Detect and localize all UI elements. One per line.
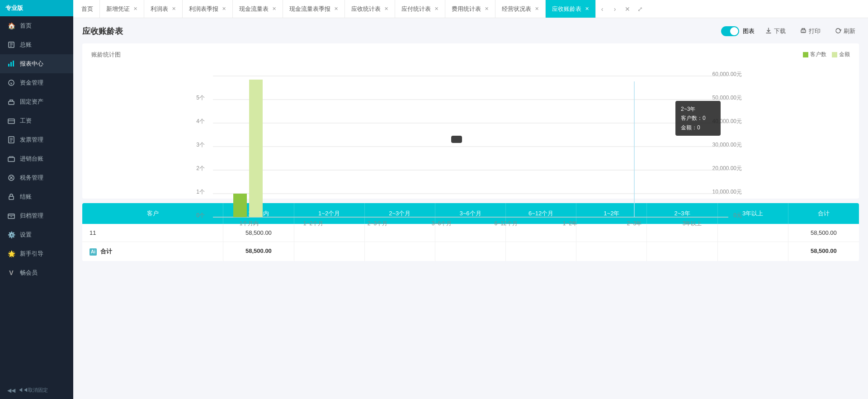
- svg-rect-9: [9, 101, 14, 104]
- sidebar-item-fund[interactable]: ¥ 资金管理: [0, 73, 73, 92]
- svg-text:0元: 0元: [733, 212, 742, 218]
- page-content: 应收账龄表 图表 下载 打印: [73, 18, 868, 399]
- svg-rect-21: [8, 214, 14, 218]
- td-total-m1-2: [294, 242, 365, 261]
- sidebar-item-salary[interactable]: 工资: [0, 111, 73, 130]
- tab-business-stat[interactable]: 经营状况表 ✕: [495, 0, 546, 18]
- tab-cashflow[interactable]: 现金流量表 ✕: [233, 0, 283, 18]
- svg-text:4个: 4个: [196, 118, 205, 124]
- sidebar-item-close-accounts[interactable]: 结账: [0, 187, 73, 206]
- tab-prev-btn[interactable]: ‹: [596, 0, 609, 18]
- print-btn[interactable]: 打印: [797, 25, 824, 37]
- svg-text:3~6个月: 3~6个月: [432, 220, 452, 226]
- td-total-y2-3: [647, 242, 717, 261]
- sidebar-item-report[interactable]: 报表中心: [0, 54, 73, 73]
- svg-text:2个: 2个: [196, 165, 205, 171]
- sidebar-item-inventory[interactable]: 进销台账: [0, 149, 73, 168]
- tab-expense-stat[interactable]: 费用统计表 ✕: [445, 0, 495, 18]
- chart-toggle-wrap: 图表: [721, 26, 755, 36]
- sidebar-item-invoice[interactable]: 发票管理: [0, 130, 73, 149]
- fund-icon: ¥: [7, 79, 15, 87]
- download-icon: [765, 28, 772, 35]
- collapse-sidebar-btn[interactable]: ◀◀ ◀◀取消固定: [0, 381, 73, 399]
- refresh-label: 刷新: [844, 27, 855, 35]
- tab-cashflow-quarter[interactable]: 现金流量表季报 ✕: [283, 0, 345, 18]
- app-logo: 专业版: [0, 0, 73, 16]
- chart-legend: 客户数 金额: [803, 51, 850, 58]
- svg-text:1个月内: 1个月内: [240, 220, 259, 226]
- svg-rect-16: [8, 157, 14, 162]
- svg-text:50,000.00元: 50,000.00元: [712, 95, 742, 101]
- svg-text:1个: 1个: [196, 189, 205, 195]
- refresh-btn[interactable]: 刷新: [831, 25, 859, 37]
- tab-profit-quarter[interactable]: 利润表季报 ✕: [183, 0, 233, 18]
- sidebar-item-tax[interactable]: 税务管理: [0, 168, 73, 187]
- tab-close-receivable-aging[interactable]: ✕: [585, 6, 589, 12]
- td-total-y1-2: [576, 242, 647, 261]
- sidebar-item-label: 新手引导: [20, 250, 43, 258]
- svg-text:1~2年: 1~2年: [563, 220, 577, 226]
- sidebar-item-member[interactable]: V 畅会员: [0, 263, 73, 282]
- legend-amount-dot: [832, 52, 837, 57]
- tab-profit[interactable]: 利润表 ✕: [144, 0, 183, 18]
- tab-home[interactable]: 首页: [75, 0, 100, 18]
- chart-area: 账龄统计图 客户数 金额 0个 1个 2个 3个 4个: [82, 43, 859, 199]
- tab-label: 费用统计表: [452, 5, 481, 13]
- chart-svg: 0个 1个 2个 3个 4个 5个 0元 10,000.00元 20,000.0…: [91, 63, 850, 226]
- chart-svg-wrap: 0个 1个 2个 3个 4个 5个 0元 10,000.00元 20,000.0…: [91, 63, 850, 228]
- sidebar-item-archive[interactable]: 归档管理: [0, 206, 73, 225]
- settings-icon: ⚙️: [7, 231, 15, 239]
- tab-label: 现金流量表: [239, 5, 269, 13]
- sidebar: 专业版 🏠 首页 总账 报表中心 ¥ 资金管理 固定资产 工资: [0, 0, 73, 399]
- header-actions: 图表 下载 打印 刷新: [721, 25, 859, 37]
- svg-text:30,000.00元: 30,000.00元: [712, 142, 742, 148]
- tab-close-expense-stat[interactable]: ✕: [485, 6, 489, 12]
- tab-close-cashflow-quarter[interactable]: ✕: [334, 6, 338, 12]
- svg-rect-6: [13, 61, 14, 66]
- download-label: 下载: [774, 27, 786, 35]
- tab-close-receivable-stat[interactable]: ✕: [384, 6, 388, 12]
- tab-label: 现金流量表季报: [289, 5, 330, 13]
- tab-label: 利润表: [151, 5, 168, 13]
- bar-customer-1: [233, 194, 247, 217]
- tab-next-btn[interactable]: ›: [609, 0, 621, 18]
- sidebar-item-asset[interactable]: 固定资产: [0, 92, 73, 111]
- tab-voucher[interactable]: 新增凭证 ✕: [100, 0, 144, 18]
- tab-close-all-btn[interactable]: ✕: [621, 0, 634, 18]
- tab-close-profit[interactable]: ✕: [172, 6, 176, 12]
- sidebar-item-label: 进销台账: [20, 155, 43, 163]
- td-total-m2-3: [365, 242, 435, 261]
- tab-close-profit-quarter[interactable]: ✕: [222, 6, 226, 12]
- sidebar-item-label: 畅会员: [20, 269, 38, 277]
- sidebar-item-ledger[interactable]: 总账: [0, 35, 73, 54]
- download-btn[interactable]: 下载: [762, 25, 789, 37]
- sidebar-item-settings[interactable]: ⚙️ 设置: [0, 225, 73, 244]
- total-row: Ai 合计 58,500.00 58,500.00: [82, 242, 859, 261]
- tab-close-business-stat[interactable]: ✕: [535, 6, 539, 12]
- sidebar-item-label: 设置: [20, 231, 32, 239]
- svg-text:6~12个月: 6~12个月: [494, 220, 517, 226]
- legend-customer-count: 客户数: [803, 51, 826, 58]
- tab-close-payable-stat[interactable]: ✕: [434, 6, 439, 12]
- tab-close-voucher[interactable]: ✕: [133, 6, 137, 12]
- sidebar-item-home[interactable]: 🏠 首页: [0, 16, 73, 35]
- sidebar-item-label: 结账: [20, 193, 32, 201]
- sidebar-item-label: 首页: [20, 22, 32, 30]
- tab-receivable-aging[interactable]: 应收账龄表 ✕: [546, 0, 596, 18]
- svg-text:3个: 3个: [196, 142, 205, 148]
- total-icon: Ai: [90, 248, 97, 256]
- tab-maximize-btn[interactable]: ⤢: [634, 0, 646, 18]
- sidebar-item-guide[interactable]: 🌟 新手引导: [0, 244, 73, 263]
- sidebar-item-label: 报表中心: [20, 60, 43, 68]
- svg-text:5个: 5个: [196, 95, 205, 101]
- tab-payable-stat[interactable]: 应付统计表 ✕: [395, 0, 445, 18]
- svg-rect-4: [8, 64, 9, 66]
- td-total-m3-6: [435, 242, 506, 261]
- archive-icon: [7, 212, 15, 220]
- tab-receivable-stat[interactable]: 应收统计表 ✕: [345, 0, 395, 18]
- tab-close-cashflow[interactable]: ✕: [272, 6, 276, 12]
- asset-icon: [7, 98, 15, 106]
- svg-text:20,000.00元: 20,000.00元: [712, 165, 742, 171]
- salary-icon: [7, 117, 15, 125]
- chart-toggle[interactable]: [721, 26, 739, 36]
